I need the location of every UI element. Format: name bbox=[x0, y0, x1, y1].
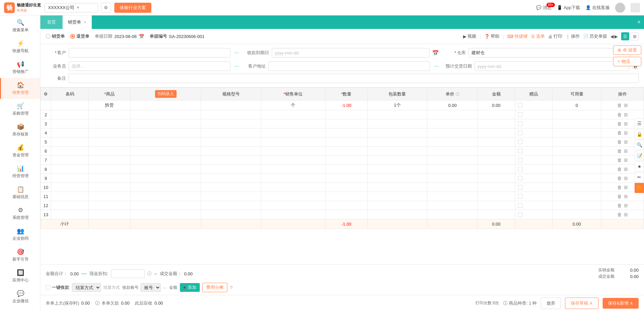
side-action-star[interactable]: ★ bbox=[635, 161, 644, 171]
salesman-more-icon[interactable]: ··· bbox=[234, 63, 239, 69]
sidebar-item-sales[interactable]: 🏠 销售管理 bbox=[0, 78, 40, 99]
radio-return[interactable]: 退货单 bbox=[70, 33, 89, 39]
date-calendar-icon[interactable]: 📅 bbox=[139, 34, 144, 39]
prev-record-button[interactable]: ◀ bbox=[610, 34, 614, 39]
save-new-button[interactable]: 保存&新增 ∧ bbox=[603, 298, 639, 309]
discount-input[interactable] bbox=[111, 269, 145, 278]
side-action-note[interactable]: 📝 bbox=[635, 151, 644, 161]
customer-addr-input[interactable] bbox=[268, 62, 430, 71]
row1-spec2[interactable] bbox=[201, 101, 261, 110]
trial-button[interactable]: 体验行业方案 bbox=[114, 3, 151, 13]
select-button[interactable]: ☰ 选单 bbox=[531, 33, 545, 39]
fee-help-icon[interactable]: ? bbox=[230, 285, 232, 290]
help-button[interactable]: ❓ 帮助 bbox=[484, 33, 499, 39]
row1-gift[interactable] bbox=[515, 101, 552, 110]
settings-panel-button[interactable]: ⚙ ⚙ 设置 bbox=[613, 45, 641, 55]
copy-icon[interactable]: ⊞ bbox=[624, 176, 628, 181]
customer-input[interactable] bbox=[69, 48, 230, 57]
sidebar-item-search[interactable]: 🔍 搜索菜单 bbox=[0, 15, 40, 36]
discount-help-icon[interactable]: ⓘ bbox=[147, 271, 152, 277]
row1-delete-icon[interactable]: 🗑 bbox=[617, 103, 622, 108]
history-button[interactable]: 📄 历史单据 bbox=[583, 33, 607, 39]
settings-button[interactable]: ⚙ bbox=[101, 3, 111, 13]
next-record-button[interactable]: ▶ bbox=[614, 34, 618, 39]
row1-spec[interactable] bbox=[130, 101, 201, 110]
copy-icon[interactable]: ⊞ bbox=[624, 112, 628, 117]
print-button[interactable]: 🖨 打印 bbox=[548, 33, 562, 39]
side-action-orange[interactable]: 🟠 bbox=[635, 183, 644, 193]
due-date-input[interactable]: yyyy-mm-dd bbox=[272, 48, 429, 57]
warehouse-input[interactable]: 建材仓 bbox=[468, 48, 630, 57]
copy-icon[interactable]: ⊞ bbox=[624, 130, 628, 135]
sidebar-item-operation[interactable]: 📊 经营管理 bbox=[0, 161, 40, 182]
list-view-button[interactable]: ☰ bbox=[621, 32, 629, 40]
col-settings[interactable]: ⚙ bbox=[41, 88, 51, 101]
video-button[interactable]: ▶ 视频 bbox=[463, 33, 476, 39]
row1-qty[interactable]: -1.00 bbox=[326, 101, 367, 110]
delete-icon[interactable]: 🗑 bbox=[617, 130, 622, 135]
app-download-button[interactable]: 📱 App下载 bbox=[557, 5, 580, 11]
close-all-tabs-button[interactable]: × bbox=[634, 15, 644, 29]
customer-more-icon[interactable]: ··· bbox=[234, 50, 239, 56]
delete-icon[interactable]: 🗑 bbox=[617, 203, 622, 208]
delete-icon[interactable]: 🗑 bbox=[617, 157, 622, 163]
copy-icon[interactable]: ⊞ bbox=[624, 203, 628, 208]
account-no-select[interactable]: 账号 bbox=[141, 283, 161, 292]
side-action-edit[interactable]: ✏ bbox=[635, 172, 644, 182]
save-draft-button[interactable]: 保存草稿 ∧ bbox=[565, 298, 599, 309]
delete-icon[interactable]: 🗑 bbox=[617, 176, 622, 181]
sidebar-item-nav[interactable]: ⚡ 快捷导航 bbox=[0, 36, 40, 57]
tab-close-icon[interactable]: × bbox=[84, 20, 86, 25]
sidebar-item-purchase[interactable]: 🛒 采购管理 bbox=[0, 99, 40, 120]
copy-icon[interactable]: ⊞ bbox=[624, 194, 628, 199]
delete-icon[interactable]: 🗑 bbox=[617, 112, 622, 117]
avatar[interactable] bbox=[615, 3, 625, 13]
row1-barcode[interactable] bbox=[51, 101, 88, 110]
customer-addr-more-icon[interactable]: ··· bbox=[434, 63, 439, 69]
copy-icon[interactable]: ⊞ bbox=[624, 148, 628, 154]
copy-icon[interactable]: ⊞ bbox=[624, 157, 628, 163]
sidebar-item-collab[interactable]: 👥 企业协同 bbox=[0, 224, 40, 245]
sidebar-item-member[interactable]: ⬡ 畅会员 bbox=[0, 307, 40, 311]
delete-icon[interactable]: 🗑 bbox=[617, 121, 622, 126]
company-select[interactable]: XXXXXX公司 ▼ bbox=[44, 3, 98, 12]
delete-icon[interactable]: 🗑 bbox=[617, 194, 622, 199]
copy-icon[interactable]: ⊞ bbox=[624, 212, 628, 217]
row1-amount[interactable]: 0.00 bbox=[478, 101, 515, 110]
one-click-payment-checkbox[interactable]: 一键收款 bbox=[46, 284, 69, 290]
row1-product[interactable]: 拆货 bbox=[88, 101, 130, 110]
copy-icon[interactable]: ⊞ bbox=[624, 121, 628, 126]
message-button[interactable]: 💬 消息 99+ bbox=[536, 5, 552, 11]
operation-button[interactable]: ⋮ 操作 bbox=[566, 33, 580, 39]
tab-sales-order[interactable]: 销货单 × bbox=[63, 15, 92, 29]
copy-icon[interactable]: ⊞ bbox=[624, 166, 628, 172]
delete-icon[interactable]: 🗑 bbox=[617, 166, 622, 172]
due-date-calendar-icon[interactable]: 📅 bbox=[432, 50, 439, 56]
grid-view-button[interactable]: ⊞ bbox=[631, 32, 639, 40]
row1-pkg[interactable]: 1个 bbox=[367, 101, 427, 110]
side-action-lock[interactable]: 🔒 bbox=[635, 129, 644, 139]
sidebar-item-inventory[interactable]: 📦 库存核算 bbox=[0, 120, 40, 141]
sidebar-item-finance[interactable]: 💰 资金管理 bbox=[0, 141, 40, 161]
more-button[interactable] bbox=[631, 3, 640, 12]
side-action-expand[interactable]: ☰ bbox=[635, 118, 644, 128]
add-payment-button[interactable]: ● 添加 bbox=[180, 283, 200, 292]
scan-button[interactable]: 扫码录入 bbox=[155, 90, 177, 98]
delete-icon[interactable]: 🗑 bbox=[617, 148, 622, 154]
product-type-selector[interactable]: ⓘ 商品种类: 1 种 bbox=[503, 300, 537, 306]
tab-home[interactable]: 首页 bbox=[40, 15, 63, 29]
sidebar-item-system[interactable]: ⚙ 系统管理 bbox=[0, 203, 40, 224]
copy-icon[interactable]: ⊞ bbox=[624, 185, 628, 190]
sidebar-item-basic[interactable]: 📋 基础信息 bbox=[0, 182, 40, 203]
row1-copy-icon[interactable]: ⊞ bbox=[624, 103, 628, 108]
delete-icon[interactable]: 🗑 bbox=[617, 139, 622, 145]
note-input[interactable] bbox=[69, 74, 639, 83]
shortcut-button[interactable]: ⌨ 快捷键 bbox=[507, 33, 528, 39]
fee-split-button[interactable]: 费用分摊 bbox=[202, 283, 227, 292]
side-action-search[interactable]: 🔍 bbox=[635, 140, 644, 150]
delete-icon[interactable]: 🗑 bbox=[617, 212, 622, 217]
sidebar-item-apps[interactable]: 🔲 应用中心 bbox=[0, 266, 40, 286]
sidebar-item-marketing[interactable]: 📢 营销推广 bbox=[0, 57, 40, 78]
salesman-input[interactable]: 选择... bbox=[69, 62, 230, 71]
row1-unit[interactable]: 个 bbox=[261, 101, 326, 110]
